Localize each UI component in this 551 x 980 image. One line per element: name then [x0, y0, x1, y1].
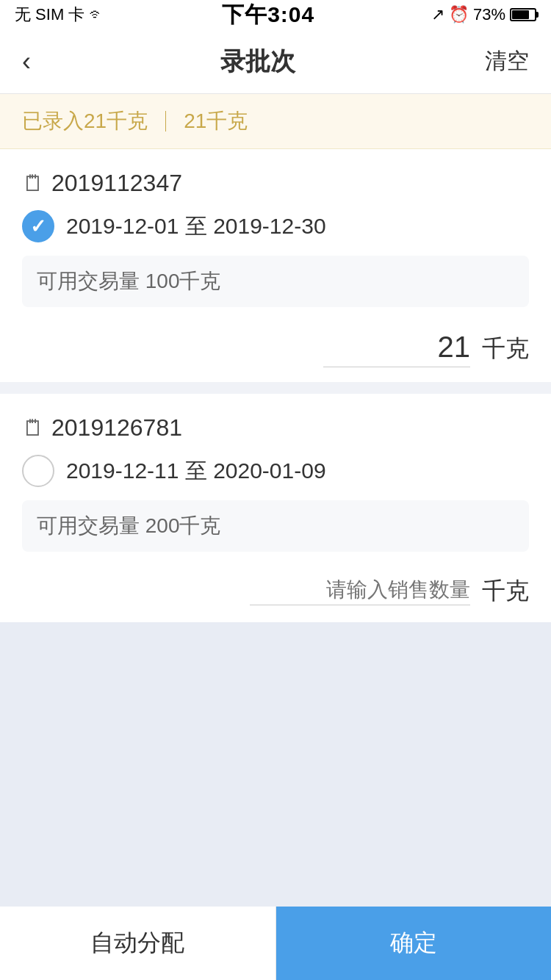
- clear-button[interactable]: 清空: [485, 46, 529, 76]
- checkbox-2[interactable]: [22, 455, 54, 487]
- battery-icon: [510, 8, 536, 21]
- item-card-1: 🗒 2019112347 2019-12-01 至 2019-12-30 可用交…: [0, 149, 551, 382]
- content-area: [0, 622, 551, 916]
- amount-unit-1: 千克: [482, 333, 529, 365]
- confirm-button[interactable]: 确定: [276, 907, 552, 980]
- amount-input-wrapper-1: 千克: [323, 331, 529, 367]
- item-id-1: 2019112347: [51, 170, 182, 197]
- amount-row-1: 千克: [0, 319, 551, 382]
- item-date-row-1: 2019-12-01 至 2019-12-30: [0, 204, 551, 250]
- summary-divider: [165, 111, 166, 131]
- battery-pct: 73%: [473, 5, 505, 24]
- checkbox-1[interactable]: [22, 210, 54, 242]
- item-volume-1: 可用交易量 100千克: [22, 256, 529, 307]
- doc-icon-2: 🗒: [22, 416, 44, 441]
- item-volume-2: 可用交易量 200千克: [22, 500, 529, 552]
- amount-input-2[interactable]: [250, 578, 470, 605]
- status-right: ↗ ⏰ 73%: [431, 5, 536, 24]
- back-button[interactable]: ‹: [22, 46, 31, 77]
- amount-unit-2: 千克: [482, 575, 529, 608]
- item-card-2: 🗒 2019126781 2019-12-11 至 2020-01-09 可用交…: [0, 394, 551, 622]
- item-header-1: 🗒 2019112347: [0, 149, 551, 204]
- no-sim-text: 无 SIM 卡 ᯤ: [15, 4, 105, 26]
- item-id-2: 2019126781: [51, 414, 182, 442]
- bottom-bar: 自动分配 确定: [0, 907, 551, 980]
- item-date-row-2: 2019-12-11 至 2020-01-09: [0, 449, 551, 494]
- item-header-2: 🗒 2019126781: [0, 394, 551, 449]
- page-title: 录批次: [220, 45, 295, 79]
- summary-banner: 已录入21千克 21千克: [0, 94, 551, 149]
- status-left: 无 SIM 卡 ᯤ: [15, 4, 105, 26]
- item-date-1: 2019-12-01 至 2019-12-30: [66, 212, 326, 242]
- summary-label: 已录入21千克: [22, 107, 148, 135]
- amount-row-2: 千克: [0, 563, 551, 622]
- summary-value: 21千克: [184, 107, 248, 135]
- location-icon: ↗: [431, 5, 444, 24]
- doc-icon-1: 🗒: [22, 171, 44, 196]
- card-separator-1: [0, 382, 551, 394]
- status-bar: 无 SIM 卡 ᯤ 下午3:04 ↗ ⏰ 73%: [0, 0, 551, 29]
- alarm-icon: ⏰: [449, 5, 469, 24]
- amount-input-1[interactable]: [323, 331, 470, 367]
- amount-input-wrapper-2: 千克: [250, 575, 529, 608]
- nav-bar: ‹ 录批次 清空: [0, 29, 551, 94]
- status-time: 下午3:04: [222, 0, 314, 30]
- item-date-2: 2019-12-11 至 2020-01-09: [66, 456, 326, 486]
- auto-distribute-button[interactable]: 自动分配: [0, 907, 276, 980]
